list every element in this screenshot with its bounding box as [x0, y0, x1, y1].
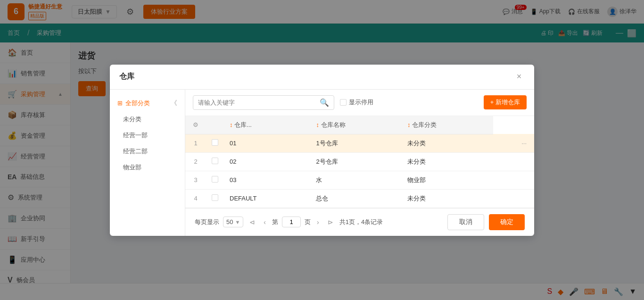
- per-page-value: 50: [226, 218, 233, 225]
- grid-icon: ⊞: [117, 100, 123, 107]
- row-index: 3: [185, 171, 206, 189]
- category-item-1[interactable]: 经营一部: [110, 127, 185, 143]
- pagination: 每页显示 50 ▼ ⊲ ‹ 第 页 › ⊳ 共1页，4条记录: [195, 217, 383, 227]
- row-category: 未分类: [402, 152, 493, 171]
- row-name: 水: [310, 171, 402, 189]
- dialog-title: 仓库: [119, 72, 134, 82]
- row-index: 2: [185, 152, 206, 171]
- row-checkbox[interactable]: [212, 194, 218, 201]
- row-category: 未分类: [402, 189, 493, 208]
- row-checkbox[interactable]: [212, 139, 218, 146]
- category-item-2[interactable]: 经营二部: [110, 143, 185, 159]
- row-checkbox-cell[interactable]: [206, 171, 224, 189]
- row-checkbox-cell[interactable]: [206, 152, 224, 171]
- first-page-btn[interactable]: ⊲: [247, 217, 257, 227]
- collapse-icon[interactable]: 《: [171, 99, 177, 108]
- row-action[interactable]: [493, 152, 534, 171]
- row-code: 02: [224, 152, 310, 171]
- search-button[interactable]: 🔍: [315, 96, 334, 109]
- dialog-toolbar: 🔍 显示停用 + 新增仓库: [185, 90, 534, 116]
- row-checkbox[interactable]: [212, 158, 218, 164]
- per-page-label: 每页显示: [195, 218, 219, 226]
- row-category: 未分类: [402, 134, 493, 152]
- dialog-header: 仓库 ×: [110, 65, 534, 90]
- row-name: 总仓: [310, 189, 402, 208]
- row-checkbox-cell[interactable]: [206, 134, 224, 152]
- row-action[interactable]: [493, 171, 534, 189]
- table-row[interactable]: 4 DEFAULT 总仓 未分类: [185, 189, 534, 208]
- row-checkbox[interactable]: [212, 176, 218, 183]
- show-disabled-toggle[interactable]: 显示停用: [340, 98, 373, 107]
- row-checkbox-cell[interactable]: [206, 189, 224, 208]
- search-box[interactable]: 🔍: [193, 95, 334, 110]
- warehouse-dialog: 仓库 × ⊞ 全部分类 《 未分类 经营一部 经营二部 物业部: [110, 65, 534, 236]
- dialog-close-button[interactable]: ×: [513, 71, 525, 83]
- category-item-0[interactable]: 未分类: [110, 111, 185, 127]
- col-category: ↕ 仓库分类: [402, 116, 493, 134]
- row-category: 物业部: [402, 171, 493, 189]
- cancel-button[interactable]: 取消: [447, 214, 484, 230]
- row-code: 03: [224, 171, 310, 189]
- col-checkbox: [206, 116, 224, 134]
- dialog-action-buttons: 取消 确定: [447, 214, 525, 230]
- page-label: 第: [272, 218, 278, 226]
- new-warehouse-button[interactable]: + 新增仓库: [484, 95, 527, 109]
- row-name: 2号仓库: [310, 152, 402, 171]
- show-disabled-checkbox[interactable]: [340, 99, 347, 106]
- confirm-button[interactable]: 确定: [489, 214, 525, 230]
- row-code: 01: [224, 134, 310, 152]
- last-page-btn[interactable]: ⊳: [325, 217, 336, 227]
- col-settings: ⚙: [185, 116, 206, 134]
- category-item-3[interactable]: 物业部: [110, 159, 185, 175]
- row-index: 1: [185, 134, 206, 152]
- table-row[interactable]: 1 01 1号仓库 未分类 ···: [185, 134, 534, 152]
- dialog-category-sidebar: ⊞ 全部分类 《 未分类 经营一部 经营二部 物业部: [110, 90, 185, 236]
- row-action[interactable]: [493, 189, 534, 208]
- search-input[interactable]: [193, 97, 315, 108]
- dialog-body: ⊞ 全部分类 《 未分类 经营一部 经营二部 物业部 🔍: [110, 90, 534, 236]
- page-unit: 页: [305, 218, 311, 226]
- dialog-overlay: 仓库 × ⊞ 全部分类 《 未分类 经营一部 经营二部 物业部: [0, 0, 644, 300]
- all-category-header[interactable]: ⊞ 全部分类 《: [110, 95, 185, 111]
- row-index: 4: [185, 189, 206, 208]
- dialog-footer: 每页显示 50 ▼ ⊲ ‹ 第 页 › ⊳ 共1页，4条记录: [185, 208, 534, 236]
- table-row[interactable]: 3 03 水 物业部: [185, 171, 534, 189]
- per-page-select[interactable]: 50 ▼: [223, 217, 243, 227]
- row-name: 1号仓库: [310, 134, 402, 152]
- per-page-arrow: ▼: [235, 219, 240, 225]
- page-input[interactable]: [282, 217, 301, 227]
- show-disabled-label: 显示停用: [349, 98, 373, 107]
- row-code: DEFAULT: [224, 189, 310, 208]
- col-name: ↕ 仓库名称: [310, 116, 402, 134]
- warehouse-table-container: ⚙ ↕ 仓库... ↕ 仓库名称 ↕ 仓库分类: [185, 116, 534, 208]
- table-row[interactable]: 2 02 2号仓库 未分类: [185, 152, 534, 171]
- prev-page-btn[interactable]: ‹: [261, 217, 268, 227]
- next-page-btn[interactable]: ›: [314, 217, 322, 227]
- all-category-label: 全部分类: [125, 99, 150, 108]
- dialog-main-content: 🔍 显示停用 + 新增仓库 ⚙: [185, 90, 534, 236]
- total-label: 共1页，4条记录: [339, 218, 383, 226]
- col-code: ↕ 仓库...: [224, 116, 310, 134]
- row-action[interactable]: ···: [493, 134, 534, 152]
- warehouse-table: ⚙ ↕ 仓库... ↕ 仓库名称 ↕ 仓库分类: [185, 116, 534, 208]
